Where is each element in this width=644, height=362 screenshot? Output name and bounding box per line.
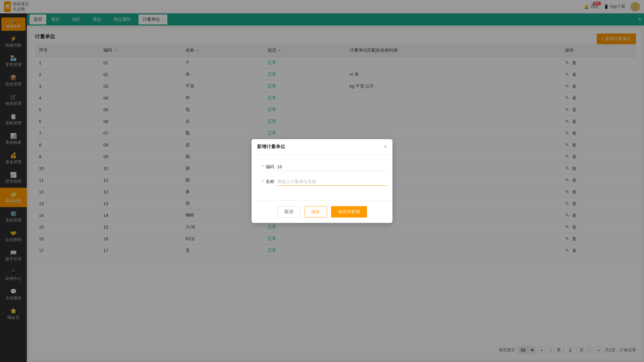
code-input[interactable]: [277, 163, 387, 171]
modal-overlay: 新增计量单位 × * 编码 * 名称 取消 保存 保存并新增: [0, 0, 644, 362]
modal-close-button[interactable]: ×: [384, 144, 387, 150]
name-input[interactable]: [277, 178, 387, 186]
code-label: * 编码: [257, 164, 277, 170]
save-and-new-button[interactable]: 保存并新增: [331, 206, 367, 218]
modal-body: * 编码 * 名称: [252, 155, 392, 200]
add-unit-modal: 新增计量单位 × * 编码 * 名称 取消 保存 保存并新增: [252, 139, 392, 223]
required-star-code: *: [262, 164, 264, 169]
cancel-button[interactable]: 取消: [277, 206, 300, 218]
name-form-row: * 名称: [257, 178, 387, 186]
required-star-name: *: [262, 179, 264, 184]
code-form-row: * 编码: [257, 163, 387, 171]
modal-header: 新增计量单位 ×: [252, 139, 392, 155]
modal-title: 新增计量单位: [257, 144, 285, 150]
name-label: * 名称: [257, 179, 277, 185]
modal-footer: 取消 保存 保存并新增: [252, 200, 392, 223]
save-button[interactable]: 保存: [304, 206, 327, 218]
